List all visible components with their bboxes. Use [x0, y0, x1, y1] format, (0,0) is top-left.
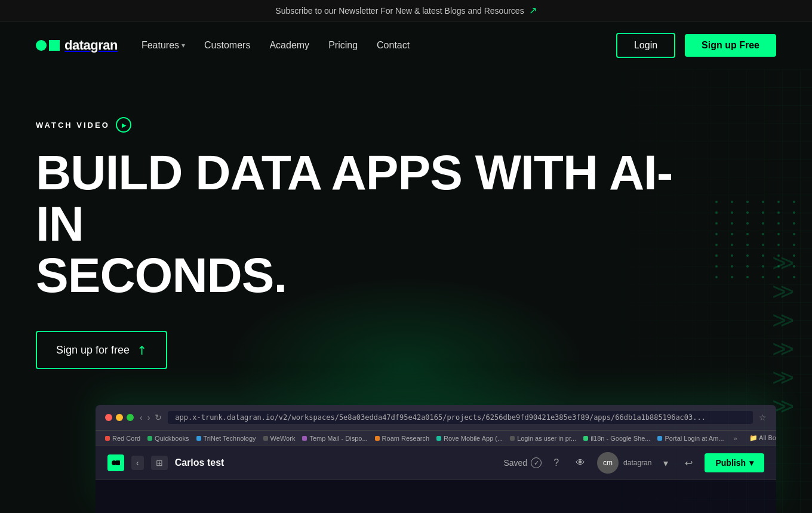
bookmark-tempmail[interactable]: Temp Mail - Dispo... — [302, 435, 367, 442]
hero-signup-arrow-icon: ↗ — [133, 342, 150, 359]
help-icon[interactable]: ? — [549, 455, 564, 471]
logo-square — [49, 40, 60, 51]
saved-label: Saved — [503, 458, 527, 468]
chevron-down-icon: ▾ — [749, 458, 753, 468]
play-icon[interactable] — [116, 117, 131, 133]
undo-icon[interactable]: ↩ — [680, 455, 697, 471]
svg-rect-1 — [116, 460, 120, 465]
bookmark-trinet[interactable]: TriNet Technology — [196, 435, 256, 442]
browser-url-bar[interactable]: app.x-trunk.datagran.io/v2/workspaces/5e… — [168, 411, 753, 424]
toolbar-left: ‹ ⊞ Carlos test — [107, 454, 224, 471]
back-app-button[interactable]: ‹ — [131, 456, 144, 470]
hero-title-line1: BUILD DATA APPS WITH AI-IN — [36, 145, 672, 251]
app-logo-icon — [107, 454, 124, 471]
bookmark-rove[interactable]: Rove Mobile App (... — [436, 435, 503, 442]
logo-link[interactable]: datagran — [36, 38, 118, 53]
back-icon[interactable]: ‹ — [140, 413, 143, 422]
bookmark-portal[interactable]: Portal Login at Am... — [657, 435, 724, 442]
logo-icon — [36, 40, 60, 51]
bookmark-quickbooks[interactable]: Quickbooks — [147, 435, 189, 442]
nav-item-pricing[interactable]: Pricing — [328, 40, 358, 51]
nav-item-contact[interactable]: Contact — [377, 40, 410, 51]
login-button[interactable]: Login — [616, 33, 675, 58]
user-avatar-area: cm datagran — [597, 452, 651, 474]
nav-link-pricing[interactable]: Pricing — [328, 40, 358, 51]
nav-link-customers[interactable]: Customers — [204, 40, 250, 51]
hero-signup-label: Sign up for free — [56, 344, 130, 357]
nav-item-features[interactable]: Features ▾ — [142, 40, 185, 51]
watch-video-cta[interactable]: WATCH VIDEO — [36, 117, 776, 133]
hero-section: >>>>>>>>>>>> WATCH VIDEO BUILD DATA APPS… — [0, 69, 812, 513]
more-bookmarks-icon[interactable]: » — [734, 435, 737, 442]
publish-button[interactable]: Publish ▾ — [705, 453, 764, 472]
nav-item-academy[interactable]: Academy — [269, 40, 309, 51]
hero-title: BUILD DATA APPS WITH AI-IN SECONDS. — [36, 147, 681, 301]
navbar-left: datagran Features ▾ Customers Academy — [36, 38, 410, 53]
nav-item-customers[interactable]: Customers — [204, 40, 250, 51]
close-window-icon — [105, 414, 112, 421]
browser-chrome-bar: ‹ › ↻ app.x-trunk.datagran.io/v2/workspa… — [96, 405, 776, 431]
hero-title-line2: SECONDS. — [36, 248, 287, 302]
browser-navigation: ‹ › ↻ — [140, 413, 162, 422]
signup-button[interactable]: Sign up Free — [685, 34, 776, 57]
eye-icon[interactable]: 👁 — [571, 455, 590, 471]
forward-icon[interactable]: › — [147, 413, 150, 422]
minimize-window-icon — [116, 414, 123, 421]
maximize-window-icon — [127, 414, 134, 421]
nav-link-contact[interactable]: Contact — [377, 40, 410, 51]
navbar-right: Login Sign up Free — [616, 33, 776, 58]
user-info: datagran — [623, 459, 651, 467]
grid-view-button[interactable]: ⊞ — [151, 456, 168, 470]
banner-text: Subscribe to our Newsletter For New & la… — [275, 6, 524, 16]
navbar: datagran Features ▾ Customers Academy — [0, 21, 812, 69]
chevron-down-icon: ▾ — [182, 41, 185, 50]
all-bookmarks[interactable]: 📁 All Bookmarks — [749, 434, 776, 442]
nav-links: Features ▾ Customers Academy Pricing — [142, 40, 410, 51]
bookmark-login-user[interactable]: Login as user in pr... — [510, 435, 576, 442]
decorative-chevrons: >>>>>>>>>>>> — [772, 248, 788, 420]
browser-body — [96, 480, 776, 513]
bookmark-wework[interactable]: WeWork — [263, 435, 296, 442]
nav-link-features[interactable]: Features ▾ — [142, 40, 185, 51]
bookmark-star-icon[interactable]: ☆ — [759, 413, 767, 422]
banner-arrow-icon: ↗ — [529, 5, 537, 16]
svg-point-0 — [112, 460, 116, 465]
saved-check-icon: ✓ — [531, 457, 542, 468]
announcement-banner: Subscribe to our Newsletter For New & la… — [0, 0, 812, 21]
toolbar-right: Saved ✓ ? 👁 cm datagran ▾ ↩ Publish — [503, 452, 764, 474]
bookmark-red-cord[interactable]: Red Cord — [105, 435, 140, 442]
browser-bookmarks-bar: Red Cord Quickbooks TriNet Technology We… — [96, 431, 776, 446]
nav-link-academy[interactable]: Academy — [269, 40, 309, 51]
bookmark-roam[interactable]: Roam Research — [375, 435, 429, 442]
logo-text: datagran — [64, 38, 118, 53]
watch-video-label: WATCH VIDEO — [36, 121, 110, 130]
bookmark-i18n[interactable]: il18n - Google She... — [583, 435, 650, 442]
project-name: Carlos test — [175, 457, 224, 468]
app-toolbar: ‹ ⊞ Carlos test Saved ✓ ? 👁 cm datagran — [96, 446, 776, 480]
hero-signup-button[interactable]: Sign up for free ↗ — [36, 331, 167, 369]
browser-screenshot: ‹ › ↻ app.x-trunk.datagran.io/v2/workspa… — [96, 405, 776, 513]
logo-circle — [36, 40, 47, 51]
saved-status: Saved ✓ — [503, 457, 542, 468]
chevron-down-icon[interactable]: ▾ — [659, 455, 673, 471]
refresh-icon[interactable]: ↻ — [155, 413, 162, 422]
browser-window-controls — [105, 414, 134, 421]
avatar: cm — [597, 452, 619, 474]
